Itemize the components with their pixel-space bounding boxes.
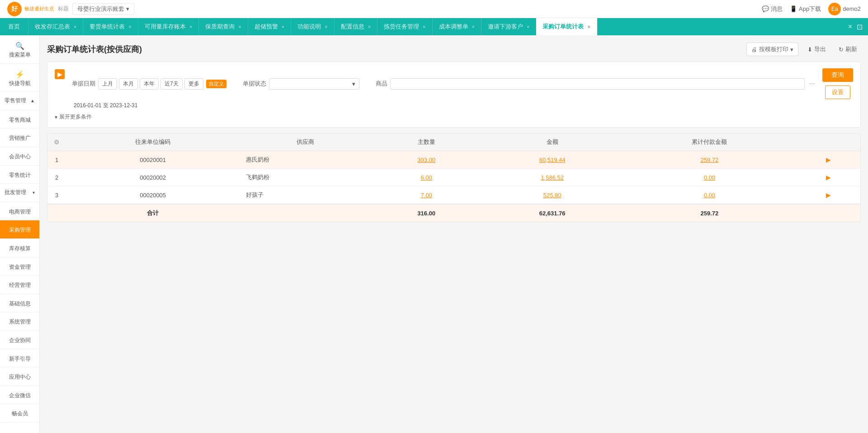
date-btn-last-month[interactable]: 上月	[98, 78, 117, 90]
tab-1[interactable]: 收发存汇总表 ×	[28, 18, 83, 35]
row-qty[interactable]: 303.00	[371, 151, 482, 169]
sidebar-item-wechat[interactable]: 企业微信	[0, 386, 39, 404]
data-table: ⚙ 往来单位编码 供应商 主数量 金额 累计付款金额 1 00020001 惠氏…	[47, 133, 861, 222]
search-button[interactable]: 查询	[822, 68, 853, 82]
tab-1-label: 收发存汇总表	[35, 23, 70, 31]
sidebar-item-marketing[interactable]: 营销推广	[0, 128, 39, 147]
sidebar-item-quicknav[interactable]: ⚡ 快捷导航	[0, 64, 39, 92]
sidebar-item-search[interactable]: 🔍 搜索菜单	[0, 35, 39, 64]
column-settings-icon[interactable]: ⚙	[54, 138, 60, 146]
sidebar-retail-mall-label: 零售商城	[9, 117, 31, 124]
row-expand-icon[interactable]: ▶	[826, 156, 831, 163]
sidebar-item-retail-stats[interactable]: 零售统计	[0, 166, 39, 184]
sidebar-item-purchase[interactable]: 采购管理	[0, 220, 39, 239]
message-btn[interactable]: 💬 消息	[762, 5, 783, 13]
maximize-btn[interactable]: ⊡	[857, 23, 863, 31]
user-area[interactable]: Ea demo2	[828, 3, 861, 15]
row-qty[interactable]: 6.00	[371, 169, 482, 186]
tab-9[interactable]: 成本调整单 ×	[433, 18, 481, 35]
expand-more-btn[interactable]: ▾ 展开更多条件	[55, 113, 853, 121]
sidebar-item-batch[interactable]: 批发管理 ▾	[0, 184, 39, 202]
row-qty[interactable]: 7.00	[371, 186, 482, 205]
date-btn-more[interactable]: 更多	[184, 78, 203, 90]
sidebar-item-vip[interactable]: 畅会员	[0, 404, 39, 423]
footer-empty-3	[797, 204, 860, 222]
filter-panel: ▶ 单据日期 上月 本月 本年 近7天 更多	[47, 62, 861, 128]
tab-10[interactable]: 邀请下游客户 ×	[481, 18, 536, 35]
message-label: 消息	[771, 5, 783, 13]
sidebar-item-retail[interactable]: 零售管理 ▲	[0, 92, 39, 110]
tab-4-close[interactable]: ×	[238, 24, 241, 29]
tab-2-close[interactable]: ×	[128, 24, 131, 29]
tab-home[interactable]: 首页	[0, 18, 28, 35]
row-no: 3	[47, 186, 66, 205]
tab-9-close[interactable]: ×	[472, 24, 475, 29]
sidebar-item-ops[interactable]: 经营管理	[0, 276, 39, 294]
row-expand-icon[interactable]: ▶	[826, 191, 831, 199]
date-btn-7days[interactable]: 近7天	[160, 78, 183, 90]
sidebar-item-finance[interactable]: 资金管理	[0, 257, 39, 276]
sidebar-newbie-label: 新手引导	[9, 356, 31, 363]
filter-status-item: 单据状态 ▾	[243, 78, 359, 90]
status-select[interactable]: ▾	[269, 78, 359, 90]
sidebar-item-newbie[interactable]: 新手引导	[0, 349, 39, 368]
tab-5[interactable]: 超储预警 ×	[248, 18, 291, 35]
row-paid[interactable]: 0.00	[623, 169, 796, 186]
row-paid[interactable]: 0.00	[623, 186, 796, 205]
print-button[interactable]: 🖨 按模板打印 ▾	[746, 43, 798, 56]
tab-2[interactable]: 要货单统计表 ×	[83, 18, 138, 35]
row-amount[interactable]: 60,519.44	[482, 151, 623, 169]
sidebar-item-member[interactable]: 会员中心	[0, 147, 39, 166]
tab-8-close[interactable]: ×	[423, 24, 425, 29]
tab-3[interactable]: 可用量库存账本 ×	[138, 18, 199, 35]
export-button[interactable]: ⬇ 导出	[804, 43, 830, 56]
sidebar-item-ecom[interactable]: 电商管理	[0, 202, 39, 221]
row-paid[interactable]: 259.72	[623, 151, 796, 169]
date-btn-this-month[interactable]: 本月	[119, 78, 138, 90]
export-icon: ⬇	[807, 46, 812, 53]
settings-button[interactable]: 设置	[825, 86, 850, 99]
logo-icon: 好	[7, 2, 22, 16]
col-supplier: 供应商	[240, 133, 371, 151]
tab-3-label: 可用量库存账本	[145, 23, 186, 31]
tab-5-close[interactable]: ×	[282, 24, 284, 29]
tab-7-close[interactable]: ×	[368, 24, 371, 29]
row-expand: ▶	[797, 186, 860, 205]
tab-7[interactable]: 配置信息 ×	[335, 18, 377, 35]
goods-input[interactable]	[390, 78, 805, 90]
row-amount[interactable]: 525.80	[482, 186, 623, 205]
tab-3-close[interactable]: ×	[189, 24, 192, 29]
date-custom-tag[interactable]: 自定义	[206, 80, 226, 88]
sidebar-item-retail-mall[interactable]: 零售商城	[0, 110, 39, 129]
org-selector[interactable]: 母婴行业演示账套 ▾	[72, 3, 134, 15]
sidebar-item-coop[interactable]: 企业协同	[0, 331, 39, 349]
tab-6[interactable]: 功能说明 ×	[291, 18, 334, 35]
expand-icon: ▲	[30, 98, 35, 103]
sidebar-item-appcenter[interactable]: 应用中心	[0, 367, 39, 386]
filter-toggle-btn[interactable]: ▶	[55, 69, 65, 79]
row-expand-icon[interactable]: ▶	[826, 174, 831, 181]
sidebar-system-label: 系统管理	[9, 319, 31, 326]
chevron-down-icon: ▾	[126, 5, 129, 12]
goods-more-icon[interactable]: ···	[807, 78, 817, 90]
tab-4[interactable]: 保质期查询 ×	[199, 18, 248, 35]
close-window-btn[interactable]: ×	[848, 23, 852, 31]
tab-11[interactable]: 采购订单统计表 ×	[536, 18, 597, 35]
row-supplier: 飞鹤奶粉	[240, 169, 371, 186]
avatar: Ea	[828, 3, 841, 15]
date-btn-this-year[interactable]: 本年	[140, 78, 159, 90]
tab-6-close[interactable]: ×	[325, 24, 327, 29]
tab-1-close[interactable]: ×	[74, 24, 76, 29]
refresh-button[interactable]: ↻ 刷新	[835, 43, 861, 56]
tab-8[interactable]: 拣货任务管理 ×	[377, 18, 432, 35]
col-settings: ⚙	[47, 133, 66, 151]
sidebar-item-inventory[interactable]: 库存核算	[0, 239, 39, 257]
row-amount[interactable]: 1,586.52	[482, 169, 623, 186]
sidebar-item-system[interactable]: 系统管理	[0, 312, 39, 331]
tab-11-close[interactable]: ×	[587, 24, 590, 29]
row-code: 00020001	[66, 151, 240, 169]
sidebar-item-basic[interactable]: 基础信息	[0, 294, 39, 313]
col-extra	[797, 133, 860, 151]
app-download-btn[interactable]: 📱 App下载	[790, 5, 821, 13]
tab-10-close[interactable]: ×	[527, 24, 529, 29]
